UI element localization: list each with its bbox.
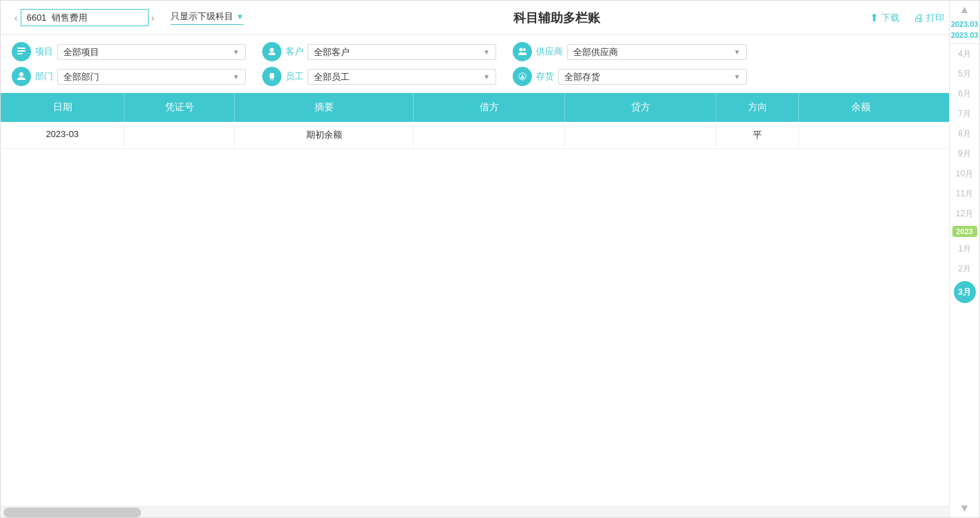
col-balance: 余额 — [799, 93, 923, 122]
col-direction: 方向 — [716, 93, 799, 122]
employee-icon — [262, 67, 281, 86]
project-label: 项目 — [35, 45, 53, 58]
svg-rect-8 — [269, 76, 275, 76]
filter-bar: 项目 全部项目 ▼ 客户 — [1, 35, 979, 93]
account-code-input[interactable] — [21, 9, 149, 26]
col-date: 日期 — [1, 93, 125, 122]
inventory-icon — [513, 67, 532, 86]
horizontal-scrollbar[interactable] — [1, 506, 949, 517]
cell-debit — [414, 122, 565, 148]
month-11[interactable]: 11月 — [950, 184, 979, 204]
month-9[interactable]: 9月 — [950, 144, 979, 164]
month-3-active[interactable]: 3月 — [954, 281, 976, 303]
supplier-icon — [513, 42, 532, 61]
svg-rect-0 — [17, 48, 25, 49]
month-1[interactable]: 1月 — [950, 239, 979, 259]
nav-up-arrow[interactable]: ▲ — [959, 1, 970, 19]
col-summary: 摘要 — [235, 93, 414, 122]
svg-rect-2 — [17, 53, 23, 54]
toolbar-right: ⬆ 下载 🖨 打印 — [870, 12, 944, 24]
table-header: 日期 凭证号 摘要 借方 贷方 方向 余额 — [1, 93, 949, 122]
supplier-label: 供应商 — [536, 45, 563, 58]
month-4[interactable]: 4月 — [950, 44, 979, 64]
filter-item-customer: 客户 全部客户 ▼ — [262, 42, 496, 61]
col-credit: 贷方 — [565, 93, 716, 122]
employee-select-wrapper[interactable]: 全部员工 ▼ — [308, 69, 496, 85]
dept-icon — [12, 67, 31, 86]
employee-label: 员工 — [286, 70, 303, 83]
dept-label: 部门 — [35, 70, 53, 83]
selected-period-2[interactable]: 2023.03 — [950, 30, 979, 44]
selected-period-1[interactable]: 2023.03 — [950, 19, 979, 30]
supplier-select[interactable]: 全部供应商 — [573, 47, 741, 57]
svg-point-5 — [523, 48, 526, 51]
svg-rect-9 — [270, 79, 271, 81]
filter-item-dept: 部门 全部部门 ▼ — [12, 67, 246, 86]
month-5[interactable]: 5月 — [950, 64, 979, 84]
header: ‹ › 只显示下级科目 ▼ 科目辅助多栏账 ⬆ 下载 🖨 打印 ✕ — [1, 1, 979, 35]
cell-date: 2023-03 — [1, 122, 125, 148]
download-icon: ⬆ — [870, 12, 879, 24]
month-2[interactable]: 2月 — [950, 259, 979, 279]
nav-down-arrow[interactable]: ▼ — [959, 499, 970, 517]
page-title: 科目辅助多栏账 — [244, 10, 870, 26]
col-debit: 借方 — [414, 93, 565, 122]
cell-balance — [799, 122, 923, 148]
inventory-select[interactable]: 全部存货 — [564, 72, 741, 82]
project-icon — [12, 42, 31, 61]
filter-row-2: 部门 全部部门 ▼ — [12, 67, 968, 86]
filter-item-inventory: 存货 全部存货 ▼ — [513, 67, 747, 86]
month-navigator: ▲ 2023.03 2023.03 4月 5月 6月 7月 8月 9月 10月 … — [949, 1, 979, 517]
show-sub-label: 只显示下级科目 — [171, 10, 233, 23]
filter-item-employee: 员工 全部员工 ▼ — [262, 67, 496, 86]
table-row: 2023-03 期初余额 平 — [1, 122, 949, 149]
customer-select-wrapper[interactable]: 全部客户 ▼ — [308, 44, 496, 60]
cell-voucher — [125, 122, 235, 148]
month-10[interactable]: 10月 — [950, 164, 979, 184]
print-button[interactable]: 🖨 打印 — [913, 12, 944, 24]
customer-select[interactable]: 全部客户 — [314, 47, 490, 57]
svg-point-6 — [19, 72, 23, 76]
download-label: 下载 — [882, 12, 899, 24]
cell-summary: 期初余额 — [235, 122, 414, 148]
month-7[interactable]: 7月 — [950, 104, 979, 124]
show-sub-filter[interactable]: 只显示下级科目 ▼ — [171, 10, 244, 25]
month-6[interactable]: 6月 — [950, 84, 979, 104]
svg-point-3 — [270, 48, 274, 52]
customer-icon — [262, 42, 281, 61]
svg-rect-10 — [273, 79, 273, 81]
project-select-wrapper[interactable]: 全部项目 ▼ — [57, 44, 246, 60]
filter-row-1: 项目 全部项目 ▼ 客户 — [12, 42, 968, 61]
svg-rect-1 — [17, 50, 25, 52]
print-label: 打印 — [926, 12, 944, 24]
customer-label: 客户 — [286, 45, 303, 58]
chevron-down-icon: ▼ — [236, 12, 244, 21]
col-voucher: 凭证号 — [125, 93, 235, 122]
cell-direction: 平 — [716, 122, 799, 148]
table-area: 日期 凭证号 摘要 借方 贷方 方向 余额 2023-03 期初余额 平 — [1, 93, 949, 149]
download-button[interactable]: ⬆ 下载 — [870, 12, 899, 24]
month-12[interactable]: 12月 — [950, 204, 979, 224]
supplier-select-wrapper[interactable]: 全部供应商 ▼ — [567, 44, 747, 60]
filter-item-project: 项目 全部项目 ▼ — [12, 42, 246, 61]
dept-select[interactable]: 全部部门 — [63, 72, 239, 82]
print-icon: 🖨 — [913, 12, 924, 23]
month-8[interactable]: 8月 — [950, 124, 979, 144]
inventory-select-wrapper[interactable]: 全部存货 ▼ — [558, 69, 747, 85]
main-window: ‹ › 只显示下级科目 ▼ 科目辅助多栏账 ⬆ 下载 🖨 打印 ✕ — [0, 0, 980, 518]
dept-select-wrapper[interactable]: 全部部门 ▼ — [57, 69, 246, 85]
filter-item-supplier: 供应商 全部供应商 ▼ — [513, 42, 747, 61]
project-select[interactable]: 全部项目 — [63, 47, 239, 57]
year-2023-badge[interactable]: 2023 — [952, 226, 977, 237]
next-account-button[interactable]: › — [149, 11, 158, 25]
employee-select[interactable]: 全部员工 — [314, 72, 490, 82]
inventory-label: 存货 — [536, 70, 554, 83]
cell-credit — [565, 122, 716, 148]
prev-account-button[interactable]: ‹ — [12, 11, 21, 25]
svg-point-4 — [520, 48, 523, 52]
table-body: 2023-03 期初余额 平 — [1, 122, 949, 149]
